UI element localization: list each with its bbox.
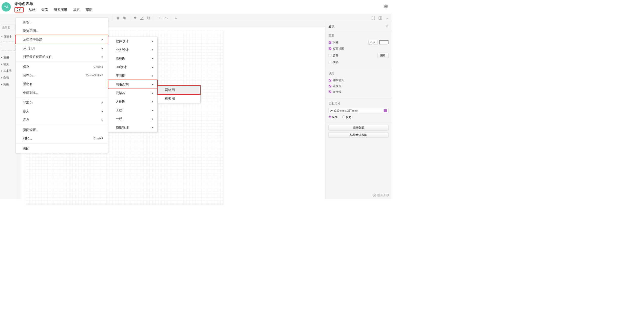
network-submenu: 网络图 机架图	[157, 85, 200, 103]
cat-advanced[interactable]: ▶高级	[0, 81, 16, 88]
grid-size-input[interactable]: 10 pt▴▾	[369, 40, 378, 45]
fullscreen-icon[interactable]	[371, 16, 375, 20]
sub-flowchart[interactable]: 流程图▶	[108, 54, 157, 63]
svg-rect-7	[148, 17, 150, 20]
menu-publish[interactable]: 发布▶	[15, 116, 108, 124]
shapes-panel: 搜索图 ▼便笺本 ▶通用 ▶箭头 ▶基本图 ▶杂项 ▶高级	[0, 22, 17, 199]
line-color-icon[interactable]	[140, 16, 144, 20]
watermark: 创新互联	[372, 193, 389, 197]
collapse-icon[interactable]: ︽	[385, 16, 390, 20]
clear-style-button[interactable]: 清除默认风格	[329, 132, 389, 138]
menu-embed[interactable]: 嵌入▶	[15, 107, 108, 116]
cat-scratch[interactable]: ▼便笺本	[0, 33, 16, 40]
options-section-title: 选项	[329, 72, 389, 76]
search-input[interactable]: 搜索图	[1, 25, 16, 30]
pageview-label: 页面视图	[333, 47, 344, 51]
background-checkbox[interactable]	[329, 54, 331, 57]
sub-cloud[interactable]: 云架构▶	[108, 89, 157, 97]
guides-label: 参考线	[333, 90, 341, 94]
sub-network[interactable]: 网络架构▶	[108, 80, 158, 89]
view-section-title: 查看	[329, 34, 389, 38]
sub-general[interactable]: 一般▶	[108, 115, 157, 123]
to-front-icon[interactable]	[116, 16, 120, 20]
menu-open-from[interactable]: 从...打开▶	[15, 44, 108, 52]
document-title[interactable]: 未命名表单	[14, 1, 384, 6]
header: YA 未命名表单 文件 编辑 查看 调整图形 其它 帮助	[0, 0, 392, 14]
sub-floorplan[interactable]: 平面图▶	[108, 71, 157, 80]
menu-save-as[interactable]: 另存为...Cmd+Shift+S	[15, 71, 108, 80]
menu-export[interactable]: 导出为▶	[15, 98, 108, 107]
connect-points-checkbox[interactable]	[329, 85, 331, 87]
pagesize-select[interactable]: A4 (210 mm x 297 mm) ⌄	[329, 108, 389, 113]
format-panel-icon[interactable]	[378, 16, 383, 20]
image-button[interactable]: 图片	[377, 53, 389, 58]
waypoint-icon[interactable]: ▾	[163, 16, 168, 20]
sub2-network-diagram[interactable]: 网络图	[157, 85, 201, 95]
sub-software[interactable]: 软件设计▶	[108, 37, 157, 45]
menu-save[interactable]: 保存Cmd+S	[15, 62, 108, 71]
pagesize-section-title: 页面尺寸	[329, 102, 389, 106]
svg-rect-4	[123, 17, 125, 19]
to-back-icon[interactable]	[122, 16, 127, 20]
menu-other[interactable]: 其它	[72, 7, 81, 13]
panel-title: 图表	[329, 24, 335, 28]
menu-file[interactable]: 文件	[14, 7, 24, 13]
format-panel: 图表 ✕ 查看 网格 10 pt▴▾ 页面视图 背景	[325, 22, 391, 199]
portrait-radio[interactable]: 竖向	[329, 115, 338, 119]
grid-checkbox[interactable]	[329, 41, 331, 44]
sub-business[interactable]: 业务设计▶	[108, 45, 157, 54]
shadow-label: 阴影	[333, 60, 338, 64]
landscape-radio[interactable]: 横向	[342, 115, 351, 119]
connect-points-label: 连接点	[333, 84, 341, 88]
menu-browse[interactable]: 浏览图例...	[15, 27, 108, 35]
connect-arrows-checkbox[interactable]	[329, 79, 331, 82]
sub-ux[interactable]: UX设计▶	[108, 63, 157, 71]
menu-edit[interactable]: 编辑	[28, 7, 36, 13]
menu-print[interactable]: 打印...Cmd+P	[15, 134, 108, 143]
menu-rename[interactable]: 重命名...	[15, 80, 108, 88]
sub-quality[interactable]: 质量管理▶	[108, 123, 157, 132]
shadow-icon[interactable]	[146, 16, 151, 20]
cat-basic[interactable]: ▶基本图	[0, 67, 16, 74]
menu-new-from-template[interactable]: 从类型中新建▶	[15, 35, 108, 44]
svg-rect-5	[140, 19, 143, 20]
shape-preview[interactable]	[1, 42, 16, 51]
menubar: 文件 编辑 查看 调整图形 其它 帮助	[14, 7, 384, 13]
edit-data-button[interactable]: 编辑数据	[329, 125, 389, 130]
add-icon[interactable]: ＋▾	[174, 16, 178, 20]
close-icon[interactable]: ✕	[386, 24, 388, 28]
avatar[interactable]: YA	[2, 2, 11, 11]
cat-misc[interactable]: ▶杂项	[0, 74, 16, 81]
menu-help[interactable]: 帮助	[85, 7, 93, 13]
menu-close[interactable]: 关闭	[15, 144, 108, 153]
cat-arrows[interactable]: ▶箭头	[0, 61, 16, 68]
sub2-rack-diagram[interactable]: 机架图	[158, 94, 200, 103]
sub-block[interactable]: 方框图▶	[108, 97, 157, 106]
globe-icon[interactable]	[384, 4, 388, 10]
menu-shape[interactable]: 调整图形	[53, 7, 68, 13]
background-label: 背景	[333, 53, 338, 57]
file-menu-dropdown: 新增... 浏览图例... 从类型中新建▶ 从...打开▶ 打开最近使用的文件▶…	[15, 18, 108, 153]
template-category-submenu: 软件设计▶ 业务设计▶ 流程图▶ UX设计▶ 平面图▶ 网络架构▶ 云架构▶ 方…	[108, 37, 158, 132]
menu-open-recent[interactable]: 打开最近使用的文件▶	[15, 52, 108, 61]
svg-rect-2	[117, 17, 119, 20]
guides-checkbox[interactable]	[329, 90, 331, 93]
sub-engineering[interactable]: 工程▶	[108, 106, 157, 115]
fill-icon[interactable]	[133, 16, 137, 20]
connect-arrows-label: 连接箭头	[333, 78, 344, 82]
menu-view[interactable]: 查看	[41, 7, 49, 13]
svg-rect-8	[379, 17, 382, 20]
menu-new[interactable]: 新增...	[15, 18, 108, 27]
grid-label: 网格	[333, 41, 338, 44]
cat-general[interactable]: ▶通用	[0, 54, 16, 61]
svg-rect-6	[147, 17, 149, 19]
grid-color-swatch[interactable]	[379, 40, 388, 44]
shadow-checkbox[interactable]	[329, 61, 331, 64]
pageview-checkbox[interactable]	[329, 47, 331, 50]
connection-icon[interactable]: ▾	[157, 16, 161, 20]
menu-page-setup[interactable]: 页面设置...	[15, 126, 108, 134]
menu-make-copy[interactable]: 创建副本...	[15, 88, 108, 97]
